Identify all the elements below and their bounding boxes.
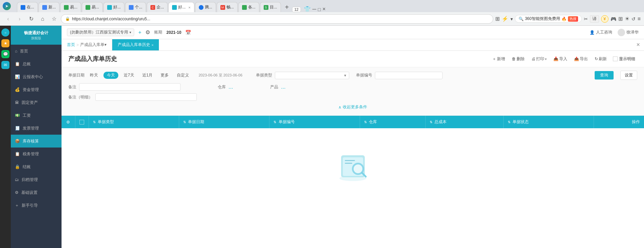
tab-item-12[interactable]: S 目... xyxy=(260,2,281,12)
grid-icon[interactable]: ⊞ xyxy=(495,16,500,22)
sidebar-item-payroll[interactable]: 💵 工资 xyxy=(11,109,62,122)
tab-item-2[interactable]: 新... xyxy=(39,2,59,12)
sidebar-item-fixed[interactable]: 🏛 固定资产 xyxy=(11,96,62,109)
tab-item-5[interactable]: 好... xyxy=(103,2,124,12)
url-dropdown-icon[interactable]: ▾ xyxy=(510,16,513,22)
query-btn[interactable]: 查询 xyxy=(595,71,614,80)
lightning-icon[interactable]: ⚡ xyxy=(502,16,508,22)
home-btn[interactable]: ⌂ xyxy=(38,14,47,24)
empty-state xyxy=(62,128,644,213)
sidebar-item-invoice[interactable]: 🧾 发票管理 xyxy=(11,122,62,135)
translate-btn[interactable]: 译 xyxy=(590,15,599,23)
note-detail-input[interactable] xyxy=(95,93,197,101)
sidebar-item-home[interactable]: ⌂ 首页 xyxy=(11,45,62,58)
app-mail-icon[interactable]: ✉ xyxy=(1,61,9,69)
user-service-btn[interactable]: 👤 人工咨询 xyxy=(590,29,612,35)
voucher-type-select[interactable]: ▾ xyxy=(275,72,349,79)
tab-item-1[interactable]: 在... xyxy=(17,2,38,12)
theme-icon[interactable]: ☀ xyxy=(625,16,629,22)
add-company-btn[interactable]: + xyxy=(138,29,141,36)
sidebar-item-ledger[interactable]: 📋 总账 xyxy=(11,58,62,70)
menu-icon[interactable]: ≡ xyxy=(638,16,641,22)
sidebar-item-closing[interactable]: 🔒 结账 xyxy=(11,160,62,173)
page-tab-list[interactable]: 产成品入库单历史 × xyxy=(112,39,159,50)
export-btn[interactable]: 📤 导出 xyxy=(571,55,591,63)
close-btn[interactable]: × xyxy=(323,6,326,12)
date-btn-yesterday[interactable]: 昨天 xyxy=(87,72,101,79)
th-type[interactable]: ⇅ 单据类型 xyxy=(89,116,179,128)
back-btn[interactable]: ‹ xyxy=(3,14,13,24)
url-bar[interactable]: 🔒 https://cloud.chanjet.com/accounting/u… xyxy=(61,14,493,24)
product-dots[interactable]: ... xyxy=(281,84,285,90)
date-btn-custom[interactable]: 自定义 xyxy=(174,72,192,79)
calendar-icon[interactable]: 📅 xyxy=(185,30,191,35)
scissors-icon[interactable]: ✂ xyxy=(584,16,588,22)
date-btn-today[interactable]: 今天 xyxy=(103,72,118,79)
add-btn[interactable]: ＋ 新增 xyxy=(490,55,508,63)
th-date[interactable]: ⇅ 单据日期 xyxy=(179,116,269,128)
sidebar-item-basic[interactable]: ⚙ 基础设置 xyxy=(11,186,62,199)
tab-item-11[interactable]: 各... xyxy=(238,2,259,12)
yuan-btn[interactable]: ¥ xyxy=(601,15,609,23)
sidebar-item-more[interactable]: ＋ 新手引导 xyxy=(11,199,62,212)
search-bar-ext[interactable]: 🔍 360智能抠图免费用 🔥 热搜 xyxy=(515,15,582,23)
delete-btn[interactable]: 🗑 删除 xyxy=(509,55,527,63)
th-warehouse[interactable]: ⇅ 仓库 xyxy=(360,116,425,128)
page-tab-history[interactable]: 产成品入库单历史 × xyxy=(112,39,159,50)
breadcrumb-list[interactable]: 产成品入库单▾ xyxy=(80,42,106,48)
settings-gear-icon[interactable]: ⚙ xyxy=(145,29,150,36)
tab-item-9[interactable]: 腾... xyxy=(195,2,216,12)
apps-icon[interactable]: ⊞ xyxy=(618,16,623,22)
th-status[interactable]: ⇅ 单据状态 xyxy=(503,116,594,128)
forward-btn[interactable]: › xyxy=(15,14,24,24)
sidebar-item-report[interactable]: 📊 云报表中心 xyxy=(11,70,62,83)
tab-close-8[interactable]: × xyxy=(188,5,190,9)
page-tab-history-close[interactable]: × xyxy=(151,43,153,47)
tab-item-4[interactable]: 易... xyxy=(82,2,103,12)
game-icon[interactable]: 🎮 xyxy=(611,16,616,22)
date-btn-1month[interactable]: 近1月 xyxy=(140,72,156,79)
browser-nav-icon[interactable]: ➤ xyxy=(3,2,11,10)
date-btn-more[interactable]: 更多 xyxy=(158,72,171,79)
sidebar-item-tax[interactable]: 📋 税务管理 xyxy=(11,148,62,160)
refresh-btn[interactable]: ↻ 刷新 xyxy=(592,55,610,63)
app-circle-icon[interactable]: ○ xyxy=(1,28,9,37)
tab-shirt-icon[interactable]: 👕 xyxy=(304,6,311,12)
period-value[interactable]: 2021-10 xyxy=(166,30,181,35)
app-star-icon[interactable]: ★ xyxy=(1,39,9,47)
table-settings-btn[interactable]: 设置 xyxy=(620,71,637,80)
maximize-btn[interactable]: □ xyxy=(318,7,320,12)
note-input[interactable] xyxy=(79,83,181,91)
sidebar-item-inventory[interactable]: 📦 库存核算 xyxy=(11,135,62,148)
sidebar-item-finance[interactable]: 💰 资金管理 xyxy=(11,83,62,96)
show-col-toggle[interactable]: 显示明细 xyxy=(611,55,637,63)
avatar[interactable]: 徐泽华 xyxy=(618,29,639,36)
tab-item-7[interactable]: C 企... xyxy=(147,2,168,12)
tab-add-btn[interactable]: + xyxy=(282,3,292,12)
collapse-bar[interactable]: ∧ 收起更多条件 xyxy=(68,102,637,112)
warehouse-dots[interactable]: ... xyxy=(229,84,233,90)
tab-item-3[interactable]: 易... xyxy=(60,2,81,12)
tab-item-10[interactable]: M 畅... xyxy=(217,2,238,12)
tab-item-8[interactable]: 好... × xyxy=(168,2,194,12)
th-cost[interactable]: ⇅ 总成本 xyxy=(425,116,503,128)
print-btn[interactable]: 🖨 打印 ▾ xyxy=(529,55,549,63)
th-no[interactable]: ⇅ 单据编号 xyxy=(269,116,360,128)
refresh-icon: ↻ xyxy=(595,57,598,61)
date-btn-7days[interactable]: 近7天 xyxy=(121,72,137,79)
th-gear[interactable]: ⚙ xyxy=(62,116,75,128)
voucher-no-input[interactable] xyxy=(375,72,443,79)
refresh-btn[interactable]: ↻ xyxy=(26,14,36,24)
bookmark-btn[interactable]: ☆ xyxy=(49,14,59,24)
sidebar-item-finance-label: 资金管理 xyxy=(23,87,39,93)
breadcrumb-home[interactable]: 首页 xyxy=(67,42,75,48)
tab-item-6[interactable]: 个... xyxy=(125,2,146,12)
company-select[interactable]: (勿删勿禁用）江西腺宝测试专用 ▾ xyxy=(67,28,134,36)
panel-close-btn[interactable]: × xyxy=(632,39,644,50)
app-wechat-icon[interactable]: 💬 xyxy=(1,50,9,58)
import-btn[interactable]: 📥 导入 xyxy=(551,55,570,63)
th-checkbox[interactable] xyxy=(75,116,89,128)
minimize-btn[interactable]: ─ xyxy=(312,6,316,12)
sidebar-item-archive[interactable]: 🗂 归档管理 xyxy=(11,173,62,186)
history-icon[interactable]: ↺ xyxy=(631,16,636,22)
